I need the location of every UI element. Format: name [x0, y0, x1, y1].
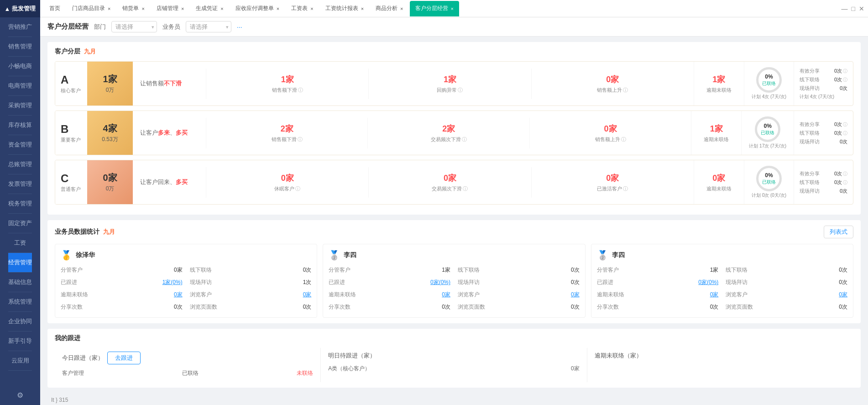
- tab-5[interactable]: 应收应付调整单×: [230, 1, 285, 16]
- staff-stat-val-0-2[interactable]: 1家(0%): [162, 279, 183, 286]
- sidebar-item-15[interactable]: 企业协同: [8, 312, 32, 331]
- staff-stat-row-1-4: 逾期未联络0家: [329, 290, 450, 300]
- sidebar-item-12[interactable]: 经营管理: [8, 253, 32, 273]
- staff-stat-val-2-2[interactable]: 0家(0%): [698, 279, 718, 286]
- tier-stat-2-2[interactable]: 0家已激活客户 ⓘ: [531, 167, 694, 198]
- minimize-btn[interactable]: —: [842, 5, 848, 12]
- sidebar-item-9[interactable]: 税务管理: [8, 194, 32, 214]
- sidebar-item-4[interactable]: 采购管理: [8, 96, 32, 116]
- tab-close-6[interactable]: ×: [310, 6, 313, 11]
- sidebar-item-1[interactable]: 销售管理: [8, 37, 32, 57]
- sidebar-item-11[interactable]: 工资: [8, 233, 32, 253]
- sidebar-logo[interactable]: ▲ 批发管理: [0, 0, 40, 17]
- sidebar-item-13[interactable]: 基础信息: [8, 273, 32, 292]
- tab-close-4[interactable]: ×: [220, 6, 223, 11]
- customer-section: 客户分层 九月 A核心客户1家0万让销售额不下滑1家销售额下滑 ⓘ1家回购异常 …: [47, 42, 861, 215]
- sidebar-item-7[interactable]: 总账管理: [8, 155, 32, 174]
- right-stat-info-2-0[interactable]: ⓘ: [843, 171, 847, 176]
- tier-stat-1-1[interactable]: 2家交易频次下滑 ⓘ: [367, 118, 529, 148]
- stat-count-0-0: 1家: [281, 74, 294, 85]
- tab-close-7[interactable]: ×: [361, 6, 364, 11]
- tab-8[interactable]: 商品分析×: [370, 1, 408, 16]
- tab-close-9[interactable]: ×: [451, 6, 454, 11]
- staff-stat-val-1-4[interactable]: 0家: [442, 291, 450, 299]
- staff-stat-val-0-5[interactable]: 0家: [303, 291, 312, 299]
- stat-info-icon-0-0[interactable]: ⓘ: [298, 87, 303, 94]
- tier-stat-2-1[interactable]: 0家交易频次下滑 ⓘ: [368, 167, 531, 198]
- sidebar-item-3[interactable]: 电商管理: [8, 76, 32, 96]
- right-stat-row-0-3: 计划 4次 (7天/次): [800, 94, 847, 100]
- staff-stat-row-0-3: 现场拜访1次: [190, 278, 312, 287]
- stat-info-icon-1-1[interactable]: ⓘ: [462, 136, 467, 143]
- stat-count-2-2: 0家: [606, 173, 619, 184]
- stat-info-icon-1-0[interactable]: ⓘ: [298, 136, 303, 143]
- customer-section-header: 客户分层 九月: [55, 47, 853, 56]
- stat-info-icon-2-0[interactable]: ⓘ: [295, 185, 300, 192]
- sidebar-item-5[interactable]: 库存核算: [8, 116, 32, 135]
- right-stat-info-0-0[interactable]: ⓘ: [843, 68, 847, 74]
- tab-3[interactable]: 店铺管理×: [151, 1, 189, 16]
- right-stat-info-0-1[interactable]: ⓘ: [843, 77, 847, 82]
- tab-close-8[interactable]: ×: [400, 6, 403, 11]
- go-followup-btn[interactable]: 去跟进: [107, 352, 141, 364]
- staff-select[interactable]: 请选择: [186, 21, 231, 32]
- circle-chart-1: 0% 已联络: [755, 116, 780, 142]
- sidebar-item-0[interactable]: 营销推广: [8, 17, 32, 37]
- right-stat-info-2-1[interactable]: ⓘ: [843, 180, 847, 185]
- staff-stat-val-0-4[interactable]: 0家: [174, 291, 183, 299]
- staff-stat-val-1-5[interactable]: 0家: [571, 291, 580, 299]
- maximize-btn[interactable]: □: [852, 5, 855, 12]
- tab-close-5[interactable]: ×: [277, 6, 279, 11]
- tab-close-1[interactable]: ×: [108, 6, 110, 11]
- tier-row-b: B重要客户4家0.53万让客户多来、多买2家销售额下滑 ⓘ2家交易频次下滑 ⓘ0…: [55, 110, 853, 155]
- more-options-btn[interactable]: ···: [237, 23, 242, 31]
- tier-stat-0-0[interactable]: 1家销售额下滑 ⓘ: [206, 68, 368, 99]
- staff-stat-val-1-2[interactable]: 0家(0%): [430, 279, 450, 286]
- tab-6[interactable]: 工资表×: [286, 1, 319, 16]
- tab-7[interactable]: 工资统计报表×: [320, 1, 369, 16]
- tab-9[interactable]: 客户分层经营×: [410, 1, 459, 16]
- sidebar-item-2[interactable]: 小畅电商: [8, 57, 32, 76]
- stat-label-1-0: 销售额下滑 ⓘ: [272, 136, 303, 143]
- sidebar-item-14[interactable]: 系统管理: [8, 292, 32, 312]
- tab-1[interactable]: 门店商品目录×: [67, 1, 116, 16]
- stat-info-icon-0-1[interactable]: ⓘ: [458, 87, 463, 94]
- close-btn[interactable]: ✕: [859, 5, 864, 12]
- sidebar-item-8[interactable]: 发票管理: [8, 174, 32, 194]
- staff-stat-key-0-5: 浏览客户: [190, 291, 212, 299]
- circle-label-0: 已联络: [762, 80, 776, 87]
- tier-stat-2-0[interactable]: 0家休眠客户 ⓘ: [206, 167, 368, 198]
- stat-label-1-2: 销售额上升 ⓘ: [595, 136, 626, 143]
- tier-stat-1-2[interactable]: 0家销售额上升 ⓘ: [529, 118, 691, 148]
- tier-stat-0-1[interactable]: 1家回购异常 ⓘ: [368, 68, 531, 99]
- tab-close-2[interactable]: ×: [141, 6, 144, 11]
- staff-stat-row-0-1: 线下联络0次: [190, 265, 312, 275]
- staff-card-1: 🥈李四分管客户1家线下联络0次已跟进0家(0%)现场拜访0次逾期未联络0家浏览客…: [323, 244, 585, 318]
- circle-chart-2: 0% 已联络: [756, 166, 782, 191]
- contact-label-1: 逾期未联络: [704, 136, 729, 143]
- list-view-btn[interactable]: 列表式: [824, 226, 853, 238]
- tab-0[interactable]: 首页: [44, 1, 66, 16]
- tab-4[interactable]: 生成凭证×: [190, 1, 229, 16]
- dept-select[interactable]: 请选择: [111, 21, 157, 32]
- staff-stat-val-2-5[interactable]: 0家: [839, 291, 847, 299]
- right-stat-lbl-0-2: 现场拜访: [800, 85, 820, 92]
- sidebar-gear-icon[interactable]: ⚙: [0, 385, 40, 405]
- sidebar-item-6[interactable]: 资金管理: [8, 135, 32, 155]
- right-stat-info-1-1[interactable]: ⓘ: [843, 131, 847, 136]
- stat-info-icon-0-2[interactable]: ⓘ: [623, 87, 628, 94]
- sidebar-item-17[interactable]: 云应用: [8, 351, 32, 371]
- tab-2[interactable]: 销货单×: [117, 1, 150, 16]
- stat-info-icon-2-1[interactable]: ⓘ: [463, 185, 468, 192]
- staff-stat-val-2-4[interactable]: 0家: [710, 291, 719, 299]
- tier-stat-1-0[interactable]: 2家销售额下滑 ⓘ: [206, 118, 367, 148]
- tier-stat-0-2[interactable]: 0家销售额上升 ⓘ: [531, 68, 694, 99]
- right-stat-info-1-0[interactable]: ⓘ: [843, 122, 847, 127]
- sidebar-item-10[interactable]: 固定资产: [8, 214, 32, 233]
- staff-stat-val-0-6: 0次: [174, 303, 183, 311]
- stat-info-icon-1-2[interactable]: ⓘ: [621, 136, 626, 143]
- stat-info-icon-2-2[interactable]: ⓘ: [623, 185, 628, 192]
- tab-close-3[interactable]: ×: [181, 6, 184, 11]
- staff-stat-row-2-4: 逾期未联络0家: [597, 290, 719, 300]
- sidebar-item-16[interactable]: 新手引导: [8, 331, 32, 351]
